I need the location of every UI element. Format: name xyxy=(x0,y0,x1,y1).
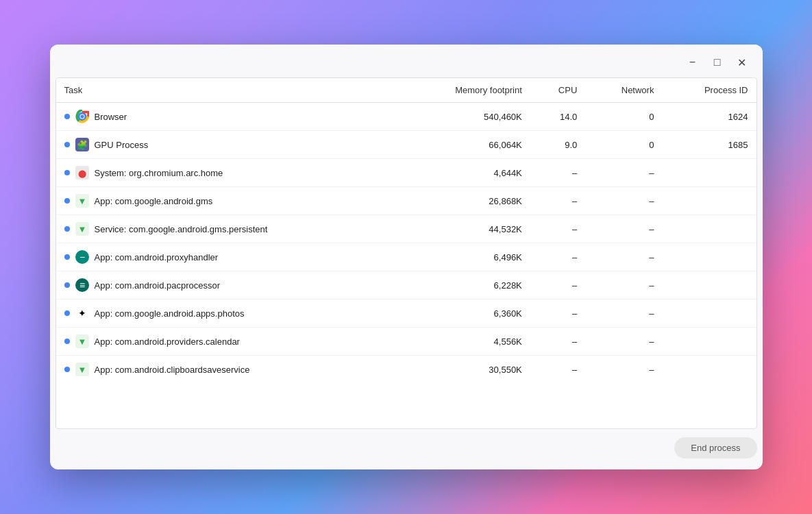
memory-cell: 26,868K xyxy=(400,187,530,215)
svg-text:✦: ✦ xyxy=(78,308,86,319)
task-cell: ⬤ System: org.chromium.arc.home xyxy=(56,159,400,187)
close-button[interactable]: ✕ xyxy=(733,53,752,72)
network-cell: – xyxy=(585,187,662,215)
pid-cell: 1685 xyxy=(662,131,756,159)
cpu-cell: – xyxy=(530,356,586,384)
network-cell: – xyxy=(585,299,662,328)
pid-cell xyxy=(662,215,756,243)
task-icon-arc: ⬤ xyxy=(75,166,89,180)
pid-cell xyxy=(662,328,756,356)
task-icon-android_teal: − xyxy=(75,250,89,264)
svg-text:▼: ▼ xyxy=(77,336,86,347)
task-name: Browser xyxy=(95,112,127,122)
pid-cell xyxy=(662,356,756,384)
memory-cell: 30,550K xyxy=(400,356,530,384)
task-name: App: com.google.android.apps.photos xyxy=(95,308,245,319)
network-cell: 0 xyxy=(585,131,662,159)
table-row[interactable]: ✦ App: com.google.android.apps.photos 6,… xyxy=(56,299,756,328)
task-table-container[interactable]: Task Memory footprint CPU Network Proces… xyxy=(56,77,757,429)
task-cell: ▼ App: com.android.providers.calendar xyxy=(56,328,400,356)
pid-cell xyxy=(662,159,756,187)
status-dot xyxy=(64,310,70,316)
status-dot xyxy=(64,114,70,119)
memory-cell: 44,532K xyxy=(400,215,530,243)
svg-text:▼: ▼ xyxy=(77,365,86,375)
status-dot xyxy=(64,339,70,344)
table-header-row: Task Memory footprint CPU Network Proces… xyxy=(56,78,756,103)
memory-cell: 6,360K xyxy=(400,299,530,328)
end-process-button[interactable]: End process xyxy=(674,437,756,458)
task-name: App: com.google.android.gms xyxy=(95,196,213,206)
network-cell: – xyxy=(585,356,662,384)
table-row[interactable]: 🧩 GPU Process 66,064K 9.0 0 1685 xyxy=(56,131,756,159)
task-icon-android_teal2: ≡ xyxy=(75,278,89,292)
task-icon-android: ▼ xyxy=(75,194,89,208)
footer: End process xyxy=(50,429,763,469)
pid-cell xyxy=(662,299,756,328)
pid-cell: 1624 xyxy=(662,103,756,131)
network-cell: – xyxy=(585,215,662,243)
svg-text:−: − xyxy=(79,252,84,262)
minimize-button[interactable]: − xyxy=(683,53,702,72)
table-row[interactable]: ▼ Service: com.google.android.gms.persis… xyxy=(56,215,756,243)
network-cell: – xyxy=(585,159,662,187)
cpu-cell: – xyxy=(530,159,586,187)
maximize-button[interactable]: □ xyxy=(708,53,727,72)
memory-cell: 4,644K xyxy=(400,159,530,187)
memory-cell: 66,064K xyxy=(400,131,530,159)
table-row[interactable]: ⬤ System: org.chromium.arc.home 4,644K –… xyxy=(56,159,756,187)
titlebar: − □ ✕ xyxy=(50,45,763,77)
svg-text:≡: ≡ xyxy=(79,280,84,291)
table-row[interactable]: Browser 540,460K 14.0 0 1624 xyxy=(56,103,756,131)
col-header-pid[interactable]: Process ID xyxy=(662,78,756,103)
task-cell: ▼ App: com.android.clipboardsaveservice xyxy=(56,356,400,384)
status-dot xyxy=(64,282,70,288)
cpu-cell: 14.0 xyxy=(530,103,586,131)
col-header-memory[interactable]: Memory footprint xyxy=(400,78,530,103)
task-icon-chrome xyxy=(75,110,89,123)
memory-cell: 6,496K xyxy=(400,243,530,271)
task-name: App: com.android.clipboardsaveservice xyxy=(95,365,250,375)
cpu-cell: – xyxy=(530,299,586,328)
table-row[interactable]: ▼ App: com.android.providers.calendar 4,… xyxy=(56,328,756,356)
status-dot xyxy=(64,254,70,260)
task-name: GPU Process xyxy=(95,140,149,150)
table-row[interactable]: − App: com.android.proxyhandler 6,496K –… xyxy=(56,243,756,271)
task-cell: ✦ App: com.google.android.apps.photos xyxy=(56,299,400,328)
task-icon-puzzle: 🧩 xyxy=(75,138,89,151)
task-cell: − App: com.android.proxyhandler xyxy=(56,243,400,271)
task-table: Task Memory footprint CPU Network Proces… xyxy=(56,78,756,383)
network-cell: – xyxy=(585,328,662,356)
svg-text:🧩: 🧩 xyxy=(77,139,88,151)
col-header-task[interactable]: Task xyxy=(56,78,400,103)
task-cell: ▼ Service: com.google.android.gms.persis… xyxy=(56,215,400,243)
status-dot xyxy=(64,226,70,232)
cpu-cell: 9.0 xyxy=(530,131,586,159)
network-cell: – xyxy=(585,271,662,299)
cpu-cell: – xyxy=(530,271,586,299)
memory-cell: 4,556K xyxy=(400,328,530,356)
task-cell: ≡ App: com.android.pacprocessor xyxy=(56,271,400,299)
cpu-cell: – xyxy=(530,215,586,243)
network-cell: – xyxy=(585,243,662,271)
task-icon-android2: ▼ xyxy=(75,363,89,376)
task-manager-window: − □ ✕ Task Memory footprint CPU Network … xyxy=(50,45,763,469)
task-name: App: com.android.pacprocessor xyxy=(95,280,221,291)
status-dot xyxy=(64,170,70,175)
svg-text:▼: ▼ xyxy=(77,224,86,234)
network-cell: 0 xyxy=(585,103,662,131)
col-header-network[interactable]: Network xyxy=(585,78,662,103)
table-row[interactable]: ≡ App: com.android.pacprocessor 6,228K –… xyxy=(56,271,756,299)
task-name: Service: com.google.android.gms.persiste… xyxy=(95,224,268,234)
svg-text:⬤: ⬤ xyxy=(78,169,86,178)
task-cell: 🧩 GPU Process xyxy=(56,131,400,159)
memory-cell: 6,228K xyxy=(400,271,530,299)
cpu-cell: – xyxy=(530,243,586,271)
table-row[interactable]: ▼ App: com.google.android.gms 26,868K – … xyxy=(56,187,756,215)
task-name: System: org.chromium.arc.home xyxy=(95,168,223,178)
table-row[interactable]: ▼ App: com.android.clipboardsaveservice … xyxy=(56,356,756,384)
pid-cell xyxy=(662,187,756,215)
task-icon-calendar: ▼ xyxy=(75,334,89,348)
task-name: App: com.android.proxyhandler xyxy=(95,252,219,262)
col-header-cpu[interactable]: CPU xyxy=(530,78,586,103)
